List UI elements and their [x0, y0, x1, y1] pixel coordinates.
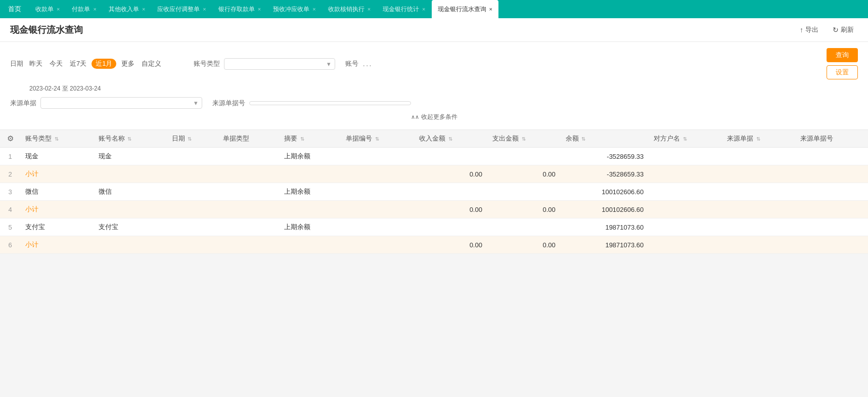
- date-filter: 日期 昨天 今天 近7天 近1月 更多 自定义: [10, 59, 163, 69]
- source-doc-no-filter: 来源单据号: [212, 99, 411, 108]
- col-account-name[interactable]: 账号名称 ⇅: [94, 130, 167, 148]
- table-row: 4小计0.000.00100102606.60: [0, 201, 868, 218]
- col-summary[interactable]: 摘要 ⇅: [279, 130, 341, 148]
- account-type-filter: 账号类型 ▾: [194, 58, 335, 70]
- col-income[interactable]: 收入金额 ⇅: [414, 130, 487, 148]
- close-icon[interactable]: ×: [368, 6, 371, 12]
- export-icon: ↑: [800, 26, 803, 34]
- source-doc-label: 来源单据: [10, 99, 36, 108]
- sort-icon: ⇅: [188, 136, 192, 142]
- account-no-label: 账号: [345, 59, 358, 68]
- table-row: 6小计0.000.0019871073.60: [0, 236, 868, 254]
- chevron-down-icon: ▾: [327, 60, 331, 68]
- table-row: 5支付宝支付宝上期余额19871073.60: [0, 218, 868, 236]
- top-nav: 首页 收款单 × 付款单 × 其他收入单 × 应收应付调整单 × 银行存取款单 …: [0, 0, 868, 18]
- page-header: 现金银行流水查询 ↑ 导出 ↻ 刷新: [0, 18, 868, 42]
- date-range-display: 2023-02-24 至 2023-03-24: [27, 84, 858, 93]
- account-type-label: 账号类型: [194, 59, 220, 68]
- table-row: 3微信微信上期余额100102606.60: [0, 183, 868, 201]
- account-type-select[interactable]: ▾: [224, 58, 335, 70]
- filter-area: 日期 昨天 今天 近7天 近1月 更多 自定义 账号类型 ▾ 账号 ...: [0, 42, 868, 130]
- settings-icon[interactable]: ⚙: [7, 134, 14, 143]
- col-doc-type[interactable]: 单据类型: [218, 130, 280, 148]
- sort-icon: ⇅: [55, 136, 59, 142]
- refresh-button[interactable]: ↻ 刷新: [829, 23, 858, 36]
- sort-icon: ⇅: [375, 136, 379, 142]
- nav-tab-shoukuanhexiao[interactable]: 收款核销执行 ×: [322, 0, 377, 18]
- nav-tab-xianjintongji[interactable]: 现金银行统计 ×: [377, 0, 431, 18]
- col-counterparty[interactable]: 对方户名 ⇅: [649, 130, 722, 148]
- settings-button[interactable]: 设置: [827, 65, 858, 79]
- filter-row-2: 来源单据 ▾ 来源单据号: [10, 97, 858, 109]
- sort-icon: ⇅: [581, 136, 585, 142]
- header-actions: ↑ 导出 ↻ 刷新: [796, 23, 858, 36]
- nav-tab-liushui-active[interactable]: 现金银行流水查询 ×: [432, 0, 498, 18]
- source-doc-no-input[interactable]: [249, 101, 411, 105]
- sort-icon: ⇅: [448, 136, 452, 142]
- sort-icon: ⇅: [756, 136, 760, 142]
- nav-tab-yingshouyingfu[interactable]: 应收应付调整单 ×: [151, 0, 212, 18]
- date-label: 日期: [10, 59, 23, 68]
- shortcut-more[interactable]: 更多: [119, 59, 136, 69]
- shortcut-7days[interactable]: 近7天: [68, 59, 88, 69]
- col-source-doc-no[interactable]: 来源单据号: [795, 130, 868, 148]
- close-icon[interactable]: ×: [203, 6, 206, 12]
- date-range-text: 2023-02-24 至 2023-03-24: [29, 85, 101, 92]
- close-icon[interactable]: ×: [57, 6, 60, 12]
- sort-icon: ⇅: [300, 136, 304, 142]
- col-expense[interactable]: 支出金额 ⇅: [487, 130, 561, 148]
- close-icon[interactable]: ×: [142, 6, 145, 12]
- nav-tab-qitashouru[interactable]: 其他收入单 ×: [103, 0, 151, 18]
- filter-row-1: 日期 昨天 今天 近7天 近1月 更多 自定义 账号类型 ▾ 账号 ...: [10, 48, 858, 79]
- col-balance[interactable]: 余额 ⇅: [561, 130, 649, 148]
- source-doc-filter: 来源单据 ▾: [10, 97, 202, 109]
- close-icon[interactable]: ×: [489, 6, 492, 12]
- table-row: 2小计0.000.00-3528659.33: [0, 165, 868, 183]
- col-date[interactable]: 日期 ⇅: [167, 130, 218, 148]
- nav-home[interactable]: 首页: [0, 0, 29, 18]
- col-source-doc[interactable]: 来源单据 ⇅: [722, 130, 795, 148]
- table-header-row: ⚙ 账号类型 ⇅ 账号名称 ⇅ 日期 ⇅ 单据类型 摘要 ⇅ 单据编号 ⇅ 收入…: [0, 130, 868, 148]
- nav-tab-yushou[interactable]: 预收冲应收单 ×: [267, 0, 322, 18]
- nav-tab-fukuandan[interactable]: 付款单 ×: [66, 0, 102, 18]
- shortcut-yesterday[interactable]: 昨天: [27, 59, 44, 69]
- query-button[interactable]: 查询: [827, 48, 858, 62]
- collapse-bar[interactable]: ∧∧ 收起更多条件: [10, 111, 858, 125]
- nav-tab-shoukuandan[interactable]: 收款单 ×: [29, 0, 66, 18]
- page-title: 现金银行流水查询: [10, 24, 83, 36]
- date-shortcuts: 昨天 今天 近7天 近1月 更多 自定义: [27, 59, 163, 69]
- close-icon[interactable]: ×: [422, 6, 425, 12]
- shortcut-today[interactable]: 今天: [48, 59, 65, 69]
- account-no-dots[interactable]: ...: [362, 59, 372, 68]
- export-button[interactable]: ↑ 导出: [796, 23, 823, 36]
- col-settings[interactable]: ⚙: [0, 130, 20, 148]
- table-row: 1现金现金上期余额-3528659.33: [0, 148, 868, 165]
- nav-tab-yinhangcunqu[interactable]: 银行存取款单 ×: [212, 0, 267, 18]
- close-icon[interactable]: ×: [312, 6, 315, 12]
- collapse-arrow-icon: ∧∧: [411, 114, 419, 120]
- sort-icon: ⇅: [683, 136, 687, 142]
- table-container: ⚙ 账号类型 ⇅ 账号名称 ⇅ 日期 ⇅ 单据类型 摘要 ⇅ 单据编号 ⇅ 收入…: [0, 130, 868, 254]
- table-body: 1现金现金上期余额-3528659.332小计0.000.00-3528659.…: [0, 148, 868, 254]
- collapse-label: 收起更多条件: [421, 113, 458, 121]
- col-account-type[interactable]: 账号类型 ⇅: [20, 130, 94, 148]
- chevron-down-icon: ▾: [194, 99, 198, 107]
- data-table: ⚙ 账号类型 ⇅ 账号名称 ⇅ 日期 ⇅ 单据类型 摘要 ⇅ 单据编号 ⇅ 收入…: [0, 130, 868, 254]
- close-icon[interactable]: ×: [258, 6, 261, 12]
- col-doc-no[interactable]: 单据编号 ⇅: [341, 130, 414, 148]
- shortcut-1month[interactable]: 近1月: [92, 59, 116, 69]
- sort-icon: ⇅: [127, 136, 131, 142]
- sort-icon: ⇅: [522, 136, 526, 142]
- action-buttons: 查询 设置: [827, 48, 858, 79]
- shortcut-custom[interactable]: 自定义: [140, 59, 163, 69]
- account-no-filter: 账号 ...: [345, 59, 372, 68]
- refresh-icon: ↻: [833, 26, 839, 34]
- close-icon[interactable]: ×: [93, 6, 96, 12]
- source-doc-select[interactable]: ▾: [40, 97, 202, 109]
- source-doc-no-label: 来源单据号: [212, 99, 245, 108]
